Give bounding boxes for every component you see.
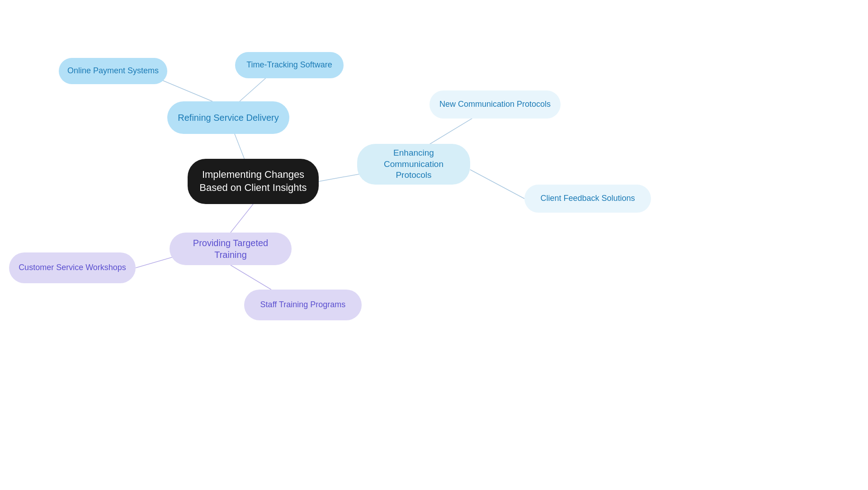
time-tracking-software-label: Time-Tracking Software (238, 60, 340, 70)
customer-service-workshops-node: Customer Service Workshops (9, 252, 136, 283)
refining-service-delivery-label: Refining Service Delivery (170, 112, 287, 124)
refining-service-delivery-node: Refining Service Delivery (167, 101, 289, 134)
online-payment-systems-label: Online Payment Systems (59, 66, 167, 76)
providing-targeted-training-node: Providing Targeted Training (170, 233, 292, 265)
staff-training-programs-label: Staff Training Programs (252, 300, 354, 310)
svg-line-8 (231, 265, 271, 290)
enhancing-communication-protocols-label: Enhancing Communication Protocols (357, 147, 470, 181)
center-node-label: Implementing Changes Based on Client Ins… (188, 168, 319, 194)
client-feedback-solutions-label: Client Feedback Solutions (532, 193, 643, 204)
enhancing-communication-protocols-node: Enhancing Communication Protocols (357, 144, 470, 185)
providing-targeted-training-label: Providing Targeted Training (170, 237, 292, 261)
center-node: Implementing Changes Based on Client Ins… (188, 159, 319, 204)
time-tracking-software-node: Time-Tracking Software (235, 52, 344, 78)
new-communication-protocols-node: New Communication Protocols (429, 90, 561, 119)
staff-training-programs-node: Staff Training Programs (244, 290, 362, 320)
client-feedback-solutions-node: Client Feedback Solutions (524, 185, 651, 213)
svg-line-6 (231, 204, 253, 233)
new-communication-protocols-label: New Communication Protocols (431, 99, 559, 109)
customer-service-workshops-label: Customer Service Workshops (10, 262, 134, 273)
online-payment-systems-node: Online Payment Systems (59, 58, 167, 84)
svg-line-5 (470, 170, 524, 199)
